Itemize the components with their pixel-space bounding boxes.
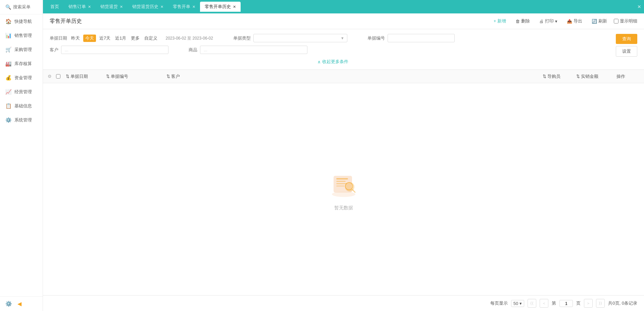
col-header-amount: ⇅ 实销金额 xyxy=(574,73,614,80)
search-icon: 🔍 xyxy=(5,4,11,10)
tab-retail-open[interactable]: 零售开单 ✕ xyxy=(168,2,200,12)
search-label: 搜索采单 xyxy=(13,4,31,10)
sort-icon-customer[interactable]: ⇅ xyxy=(166,74,170,79)
inventory-icon: 🏭 xyxy=(5,61,12,67)
nav-label-finance: 资金管理 xyxy=(14,75,32,81)
empty-text: 暂无数据 xyxy=(334,205,353,211)
show-detail-toggle[interactable]: 显示明细 xyxy=(614,18,637,24)
nav-label-inventory: 库存核算 xyxy=(14,61,32,67)
page-suffix-label: 页 xyxy=(576,300,581,306)
shortcut-custom[interactable]: 自定义 xyxy=(143,35,159,42)
collapse-filter-button[interactable]: ∧ 收起更多条件 xyxy=(50,57,616,66)
page-size-arrow: ▾ xyxy=(519,301,522,306)
tab-sales-return-label: 销货退货 xyxy=(100,4,118,10)
next-page-button[interactable]: ＞ xyxy=(584,299,593,308)
show-detail-label: 显示明细 xyxy=(620,18,637,24)
window-close-button[interactable]: ✕ xyxy=(637,4,641,9)
shortcut-more[interactable]: 更多 xyxy=(130,35,141,42)
shortcut-7days[interactable]: 近7天 xyxy=(98,35,112,42)
type-select-arrow: ▾ xyxy=(341,36,344,41)
first-page-button[interactable]: ⟨⟨ xyxy=(528,299,536,308)
add-button-label: + 新增 xyxy=(494,18,506,24)
shortcut-yesterday[interactable]: 昨天 xyxy=(70,35,81,42)
page-size-label: 每页显示 xyxy=(490,300,508,306)
table-header: ⚙ ⇅ 单据日期 ⇅ 单据编号 ⇅ 客户 ⇅ 导购员 xyxy=(43,70,644,83)
nav-label-system: 系统管理 xyxy=(14,117,32,123)
col-header-guide: ⇅ 导购员 xyxy=(540,73,574,80)
search-item[interactable]: 🔍 搜索采单 xyxy=(0,0,43,14)
page-size-select[interactable]: 50 ▾ xyxy=(511,300,524,307)
tab-retail-open-close[interactable]: ✕ xyxy=(192,5,195,9)
sidebar-item-basic-info[interactable]: 📋 基础信息 xyxy=(0,99,43,113)
table-area: ⚙ ⇅ 单据日期 ⇅ 单据编号 ⇅ 客户 ⇅ 导购员 xyxy=(43,70,644,311)
tab-sales-order[interactable]: 销售订单 ✕ xyxy=(64,2,96,12)
filter-number-item: 单据编号 xyxy=(367,34,455,42)
tab-sales-return[interactable]: 销货退货 ✕ xyxy=(96,2,128,12)
number-filter-input[interactable] xyxy=(388,34,455,42)
sidebar-item-operations[interactable]: 📈 经营管理 xyxy=(0,85,43,99)
tab-home[interactable]: 首页 xyxy=(46,2,64,12)
tab-retail-open-history[interactable]: 零售开单历史 ✕ xyxy=(200,2,241,12)
filter-row-1: 单据日期 昨天 今天 近7天 近1月 更多 自定义 2023-06-02 至 2… xyxy=(50,34,616,42)
total-label: 共0页, 0条记录 xyxy=(608,300,637,306)
sort-icon-date[interactable]: ⇅ xyxy=(66,74,69,79)
print-button[interactable]: 🖨 打印 ▾ xyxy=(537,17,560,25)
table-settings-icon[interactable]: ⚙ xyxy=(46,72,53,80)
export-button[interactable]: 📤 导出 xyxy=(564,17,585,25)
select-all-checkbox[interactable] xyxy=(56,74,60,79)
customer-filter-input[interactable]: ... xyxy=(61,46,168,54)
tab-sales-return-history[interactable]: 销货退货历史 ✕ xyxy=(128,2,168,12)
sidebar-item-sales-mgmt[interactable]: 📊 销售管理 xyxy=(0,29,43,43)
svg-rect-3 xyxy=(336,181,346,182)
nav-label-quick: 快捷导航 xyxy=(14,18,32,24)
sidebar-item-system[interactable]: ⚙️ 系统管理 xyxy=(0,113,43,127)
delete-button-label: 删除 xyxy=(521,18,530,24)
toolbar: 零售开单历史 + 新增 🗑 删除 🖨 打印 ▾ 📤 导出 xyxy=(43,13,644,29)
sort-icon-guide[interactable]: ⇅ xyxy=(543,74,546,79)
sidebar: 🔍 搜索采单 🏠 快捷导航 📊 销售管理 🛒 采购管理 🏭 库存核算 💰 资金管… xyxy=(0,0,43,311)
refresh-button[interactable]: 🔄 刷新 xyxy=(589,17,610,25)
print-arrow-icon: ▾ xyxy=(555,19,557,24)
show-detail-checkbox[interactable] xyxy=(614,19,618,23)
sidebar-item-inventory[interactable]: 🏭 库存核算 xyxy=(0,57,43,71)
prev-page-button[interactable]: ＜ xyxy=(540,299,548,308)
sidebar-item-quick-nav[interactable]: 🏠 快捷导航 xyxy=(0,14,43,29)
toolbar-actions: + 新增 🗑 删除 🖨 打印 ▾ 📤 导出 🔄 刷新 xyxy=(491,17,637,25)
tab-retail-open-history-close[interactable]: ✕ xyxy=(233,5,236,9)
tab-sales-return-close[interactable]: ✕ xyxy=(120,5,123,9)
collapse-label: 收起更多条件 xyxy=(322,59,348,65)
tab-retail-open-label: 零售开单 xyxy=(173,4,190,10)
col-op-label: 操作 xyxy=(616,73,625,80)
last-page-button[interactable]: ⟩⟩ xyxy=(596,299,605,308)
svg-rect-2 xyxy=(336,178,348,179)
delete-button[interactable]: 🗑 删除 xyxy=(513,17,533,25)
pagination: 每页显示 50 ▾ ⟨⟨ ＜ 第 页 ＞ ⟩⟩ 共0页, 0条记录 xyxy=(43,295,644,311)
collapse-arrow-icon: ∧ xyxy=(317,59,321,64)
query-button[interactable]: 查询 xyxy=(616,34,637,44)
add-button[interactable]: + 新增 xyxy=(491,17,509,25)
product-filter-input[interactable]: ... xyxy=(200,46,307,54)
settings-icon[interactable]: ⚙️ xyxy=(5,301,12,307)
sort-icon-number[interactable]: ⇅ xyxy=(106,74,110,79)
page-size-value: 50 xyxy=(513,301,518,306)
tab-sales-order-label: 销售订单 xyxy=(68,4,86,10)
shortcut-1month[interactable]: 近1月 xyxy=(114,35,128,42)
svg-line-7 xyxy=(352,190,355,192)
sidebar-item-purchase-mgmt[interactable]: 🛒 采购管理 xyxy=(0,43,43,57)
sort-icon-amount[interactable]: ⇅ xyxy=(576,74,580,79)
nav-label-operations: 经营管理 xyxy=(14,89,32,95)
filter-area: 单据日期 昨天 今天 近7天 近1月 更多 自定义 2023-06-02 至 2… xyxy=(43,29,644,70)
tab-sales-return-history-close[interactable]: ✕ xyxy=(160,5,163,9)
collapse-icon[interactable]: ◀ xyxy=(17,301,21,307)
filter-settings-button[interactable]: 设置 xyxy=(616,46,637,57)
shortcut-today[interactable]: 今天 xyxy=(83,35,96,42)
sidebar-item-finance[interactable]: 💰 资金管理 xyxy=(0,71,43,85)
page-number-input[interactable] xyxy=(559,300,573,307)
tab-sales-order-close[interactable]: ✕ xyxy=(88,5,91,9)
print-icon: 🖨 xyxy=(539,19,544,24)
type-select[interactable]: ▾ xyxy=(253,34,347,42)
delete-icon: 🗑 xyxy=(515,19,520,24)
type-filter-label: 单据类型 xyxy=(233,35,251,41)
quick-nav-icon: 🏠 xyxy=(5,18,12,24)
tabs-right: ✕ xyxy=(637,4,641,9)
